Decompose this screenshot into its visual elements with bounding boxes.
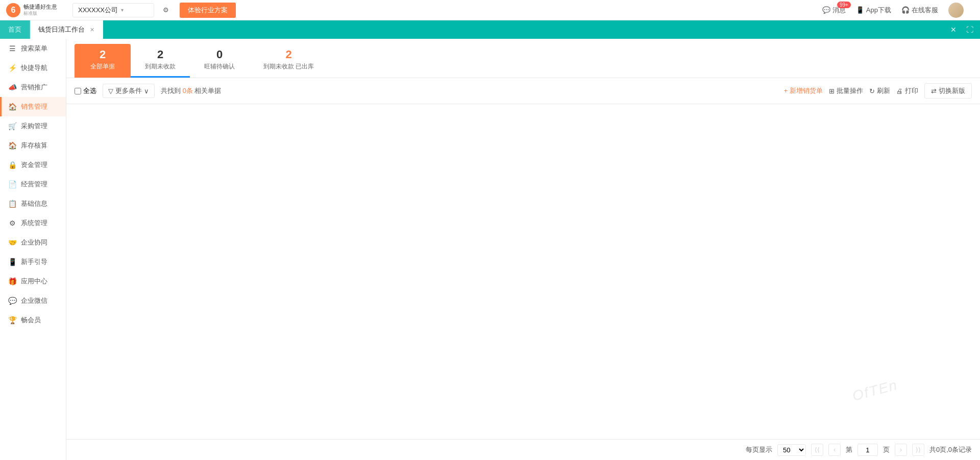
stats-tabs: 2 全部单据 2 到期未收款 0 旺辅待确认 2 到期未收款 已出库 [66,39,980,78]
inventory-icon: 🏠 [8,141,17,150]
system-icon: ⚙ [8,219,17,228]
sidebar-label-enterprise: 企业协同 [21,238,47,247]
sidebar-item-quick-nav[interactable]: ⚡ 快捷导航 [0,58,66,78]
print-label: 打印 [905,86,918,95]
stat-tab-outbound[interactable]: 2 到期未收款 已出库 [249,44,328,78]
app-center-icon: 🎁 [8,277,17,286]
app-download-label: App下载 [866,6,891,15]
sidebar-label-quick-nav: 快捷导航 [21,63,47,72]
phone-icon: 📱 [856,6,864,14]
per-page-select[interactable]: 50 100 200 [777,444,806,456]
trial-button[interactable]: 体验行业方案 [180,3,236,18]
logo-title: 畅捷通好生意 [23,3,57,10]
sidebar-label-member: 畅会员 [21,316,41,325]
tab-close-window-btn[interactable]: ✕ [947,23,960,36]
tab-home[interactable]: 首页 [0,20,30,39]
print-btn[interactable]: 🖨 打印 [896,86,918,95]
finance-icon: 🔒 [8,160,17,170]
message-button[interactable]: 💬 消息 99+ [822,6,846,15]
tab-bar: 首页 钱货日清工作台 ✕ ✕ ⛶ [0,20,980,39]
headset-icon: 🎧 [901,6,910,14]
stat-tab-overdue[interactable]: 2 到期未收款 [131,44,190,78]
found-suffix: 相关单据 [194,87,221,94]
logo-icon: 6 [6,3,20,17]
sidebar-item-sales[interactable]: 🏠 销售管理 [0,97,66,116]
add-sales-btn[interactable]: + 新增销货单 [784,86,823,95]
batch-icon: ⊞ [829,87,835,95]
found-prefix: 共找到 [161,87,181,94]
sidebar-label-app-center: 应用中心 [21,277,47,286]
logo-text: 畅捷通好生意 标准版 [23,3,57,17]
filter-button[interactable]: ▽ 更多条件 ∨ [103,84,155,98]
sidebar-item-base-info[interactable]: 📋 基础信息 [0,194,66,213]
sidebar-label-finance: 资金管理 [21,160,47,170]
purchase-icon: 🛒 [8,122,17,131]
select-all-checkbox[interactable]: 全选 [75,86,96,95]
pagination-bar: 每页显示 50 100 200 ⟨⟨ ‹ 第 页 › ⟩⟩ 共0页,0条记录 [66,439,980,460]
avatar-image [948,3,964,18]
sidebar-label-marketing: 营销推广 [21,83,47,92]
sidebar-label-search-menu: 搜索菜单 [21,44,47,53]
sidebar-item-member[interactable]: 🏆 畅会员 [0,310,66,330]
stat-tab-pending[interactable]: 0 旺辅待确认 [190,44,249,78]
sidebar-item-enterprise[interactable]: 🤝 企业协同 [0,233,66,252]
found-text: 共找到 0条 相关单据 [161,86,221,95]
marketing-icon: 📣 [8,83,17,92]
sidebar-item-operations[interactable]: 📄 经营管理 [0,175,66,194]
batch-btn[interactable]: ⊞ 批量操作 [829,86,863,95]
stat-tab-all[interactable]: 2 全部单据 [75,44,131,78]
sidebar-item-search-menu[interactable]: ☰ 搜索菜单 [0,39,66,58]
filter-label: 更多条件 [115,86,142,95]
sidebar-item-system[interactable]: ⚙ 系统管理 [0,213,66,233]
sidebar-label-sales: 销售管理 [21,102,47,111]
refresh-btn[interactable]: ↻ 刷新 [869,86,890,95]
close-icon[interactable]: ✕ [90,27,94,33]
header-right: 💬 消息 99+ 📱 App下载 🎧 在线客服 [822,3,974,18]
logo-area: 6 畅捷通好生意 标准版 [6,3,72,17]
sidebar-label-inventory: 库存核算 [21,141,47,150]
filter-icon: ▽ [108,87,113,95]
base-info-icon: 📋 [8,199,17,208]
tab-qinguo[interactable]: 钱货日清工作台 ✕ [30,20,103,39]
found-count: 0条 [183,87,193,94]
avatar[interactable] [948,3,964,18]
page-prev-btn[interactable]: ‹ [828,444,841,456]
chevron-down-icon: ▾ [121,7,124,13]
sidebar-item-marketing[interactable]: 📣 营销推广 [0,78,66,97]
stat-label-pending: 旺辅待确认 [204,62,235,71]
batch-label: 批量操作 [837,86,863,95]
sidebar-item-wechat[interactable]: 💬 企业微信 [0,291,66,310]
guide-icon: 📱 [8,257,17,267]
app-download-button[interactable]: 📱 App下载 [856,6,891,15]
member-icon: 🏆 [8,316,17,325]
switch-btn[interactable]: ⇄ 切换新版 [924,83,972,99]
sidebar-item-guide[interactable]: 📱 新手引导 [0,252,66,272]
operations-icon: 📄 [8,180,17,189]
tab-home-label: 首页 [8,25,21,34]
company-selector[interactable]: XXXXXX公司 ▾ [72,3,154,17]
tab-bar-actions: ✕ ⛶ [943,20,980,39]
sidebar-label-base-info: 基础信息 [21,199,47,208]
sidebar-label-guide: 新手引导 [21,257,47,267]
gear-button[interactable]: ⚙ [158,3,174,18]
sidebar-item-app-center[interactable]: 🎁 应用中心 [0,272,66,291]
refresh-label: 刷新 [877,86,890,95]
select-all-input[interactable] [75,88,81,94]
top-header: 6 畅捷通好生意 标准版 XXXXXX公司 ▾ ⚙ 体验行业方案 💬 消息 99… [0,0,980,20]
sidebar-item-purchase[interactable]: 🛒 采购管理 [0,116,66,136]
logo-badge: 标准版 [23,10,57,17]
stat-label-overdue: 到期未收款 [145,62,176,71]
sidebar-item-finance[interactable]: 🔒 资金管理 [0,155,66,175]
toolbar: 全选 ▽ 更多条件 ∨ 共找到 0条 相关单据 + 新增销货单 ⊞ 批量操作 ↻… [66,78,980,104]
online-service-button[interactable]: 🎧 在线客服 [901,6,938,15]
page-first-btn[interactable]: ⟨⟨ [811,444,823,456]
page-last-btn[interactable]: ⟩⟩ [912,444,924,456]
company-name: XXXXXX公司 [78,6,118,15]
stat-label-outbound: 到期未收款 已出库 [263,62,314,71]
page-next-btn[interactable]: › [895,444,907,456]
tab-maximize-btn[interactable]: ⛶ [964,23,976,36]
content-area: 2 全部单据 2 到期未收款 0 旺辅待确认 2 到期未收款 已出库 全选 [66,39,980,460]
page-input[interactable] [857,444,878,456]
sidebar-item-inventory[interactable]: 🏠 库存核算 [0,136,66,155]
main-layout: ☰ 搜索菜单 ⚡ 快捷导航 📣 营销推广 🏠 销售管理 🛒 采购管理 🏠 库存核… [0,39,980,460]
